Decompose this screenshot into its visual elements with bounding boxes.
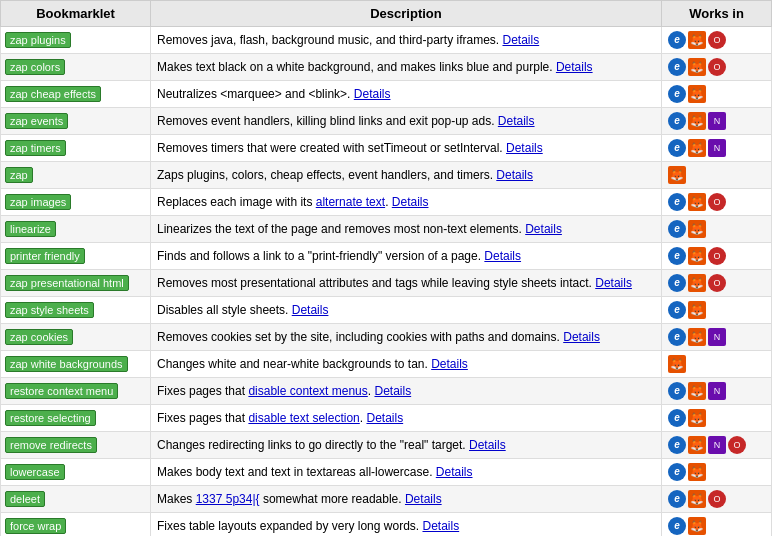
table-row: zap pluginsRemoves java, flash, backgrou… — [1, 27, 772, 54]
bookmarklet-zap-timers[interactable]: zap timers — [5, 140, 66, 156]
description-zap-presentational-html: Removes most presentational attributes a… — [151, 270, 662, 297]
bookmarklet-zap-images[interactable]: zap images — [5, 194, 71, 210]
bookmarklet-zap-plugins[interactable]: zap plugins — [5, 32, 71, 48]
col-header-bookmarklet: Bookmarklet — [1, 1, 151, 27]
icon-group: e🦊 — [668, 85, 706, 103]
table-row: restore context menuFixes pages that dis… — [1, 378, 772, 405]
firefox-icon: 🦊 — [688, 382, 706, 400]
icons-zap-white-backgrounds: 🦊 — [662, 351, 772, 378]
bookmarklet-zap-white-backgrounds[interactable]: zap white backgrounds — [5, 356, 128, 372]
table-row: printer friendlyFinds and follows a link… — [1, 243, 772, 270]
details-link-zap-plugins[interactable]: Details — [502, 33, 539, 47]
bookmarklet-zap-style-sheets[interactable]: zap style sheets — [5, 302, 94, 318]
table-row: zap eventsRemoves event handlers, killin… — [1, 108, 772, 135]
ie-icon: e — [668, 382, 686, 400]
icon-group: e🦊O — [668, 490, 726, 508]
ie-icon: e — [668, 112, 686, 130]
details-link-lowercase[interactable]: Details — [436, 465, 473, 479]
details-link-zap-colors[interactable]: Details — [556, 60, 593, 74]
ie-icon: e — [668, 85, 686, 103]
icon-group: e🦊N — [668, 382, 726, 400]
details-link-restore-selecting[interactable]: Details — [366, 411, 403, 425]
details-link-deleet[interactable]: Details — [405, 492, 442, 506]
bookmarklet-lowercase[interactable]: lowercase — [5, 464, 65, 480]
firefox-icon: 🦊 — [688, 409, 706, 427]
description-zap-images: Replaces each image with its alternate t… — [151, 189, 662, 216]
description-restore-context-menu: Fixes pages that disable context menus. … — [151, 378, 662, 405]
ie-icon: e — [668, 490, 686, 508]
opera-icon: O — [708, 274, 726, 292]
description-zap: Zaps plugins, colors, cheap effects, eve… — [151, 162, 662, 189]
ie-icon: e — [668, 193, 686, 211]
opera-icon: O — [708, 193, 726, 211]
details-link-zap-style-sheets[interactable]: Details — [292, 303, 329, 317]
details-link-zap-presentational-html[interactable]: Details — [595, 276, 632, 290]
leet-link[interactable]: 1337 5p34|{ — [196, 492, 260, 506]
alternate-text-link[interactable]: alternate text — [316, 195, 385, 209]
bookmarklet-zap-presentational-html[interactable]: zap presentational html — [5, 275, 129, 291]
firefox-icon: 🦊 — [688, 490, 706, 508]
details-link-zap-cheap-effects[interactable]: Details — [354, 87, 391, 101]
details-link-restore-context-menu[interactable]: Details — [374, 384, 411, 398]
bookmarklet-deleet[interactable]: deleet — [5, 491, 45, 507]
details-link-printer-friendly[interactable]: Details — [484, 249, 521, 263]
details-link-zap-cookies[interactable]: Details — [563, 330, 600, 344]
bookmarklet-force-wrap[interactable]: force wrap — [5, 518, 66, 534]
icon-group: e🦊O — [668, 58, 726, 76]
icon-group: e🦊 — [668, 220, 706, 238]
ie-icon: e — [668, 58, 686, 76]
details-link-zap-images[interactable]: Details — [392, 195, 429, 209]
ie-icon: e — [668, 139, 686, 157]
icon-group: e🦊N — [668, 112, 726, 130]
firefox-icon: 🦊 — [688, 274, 706, 292]
table-row: zap timersRemoves timers that were creat… — [1, 135, 772, 162]
firefox-icon: 🦊 — [688, 85, 706, 103]
disable-link-restore-context-menu[interactable]: disable context menus — [248, 384, 367, 398]
icon-group: e🦊 — [668, 517, 706, 535]
details-link-zap-timers[interactable]: Details — [506, 141, 543, 155]
table-row: linearizeLinearizes the text of the page… — [1, 216, 772, 243]
icon-group: e🦊O — [668, 274, 726, 292]
bookmarklet-zap-cheap-effects[interactable]: zap cheap effects — [5, 86, 101, 102]
description-remove-redirects: Changes redirecting links to go directly… — [151, 432, 662, 459]
firefox-icon: 🦊 — [688, 193, 706, 211]
bookmarklet-zap-events[interactable]: zap events — [5, 113, 68, 129]
details-link-zap-events[interactable]: Details — [498, 114, 535, 128]
details-link-remove-redirects[interactable]: Details — [469, 438, 506, 452]
bookmarklet-zap-cookies[interactable]: zap cookies — [5, 329, 73, 345]
disable-link-restore-selecting[interactable]: disable text selection — [248, 411, 359, 425]
opera-icon: O — [708, 247, 726, 265]
icon-group: e🦊NO — [668, 436, 746, 454]
col-header-description: Description — [151, 1, 662, 27]
netscape-icon: N — [708, 139, 726, 157]
bookmarklet-remove-redirects[interactable]: remove redirects — [5, 437, 97, 453]
bookmarklet-zap-colors[interactable]: zap colors — [5, 59, 65, 75]
opera-icon: O — [708, 58, 726, 76]
firefox-icon: 🦊 — [688, 220, 706, 238]
details-link-zap[interactable]: Details — [496, 168, 533, 182]
details-link-zap-white-backgrounds[interactable]: Details — [431, 357, 468, 371]
description-zap-style-sheets: Disables all style sheets. Details — [151, 297, 662, 324]
firefox-icon: 🦊 — [688, 463, 706, 481]
table-row: deleetMakes 1337 5p34|{ somewhat more re… — [1, 486, 772, 513]
table-row: zap colorsMakes text black on a white ba… — [1, 54, 772, 81]
details-link-force-wrap[interactable]: Details — [422, 519, 459, 533]
bookmarklet-linearize[interactable]: linearize — [5, 221, 56, 237]
bookmarklet-restore-context-menu[interactable]: restore context menu — [5, 383, 118, 399]
table-row: remove redirectsChanges redirecting link… — [1, 432, 772, 459]
description-force-wrap: Fixes table layouts expanded by very lon… — [151, 513, 662, 537]
opera-icon: O — [708, 31, 726, 49]
icon-group: e🦊 — [668, 301, 706, 319]
bookmarklet-zap[interactable]: zap — [5, 167, 33, 183]
icons-zap-images: e🦊O — [662, 189, 772, 216]
bookmarklet-printer-friendly[interactable]: printer friendly — [5, 248, 85, 264]
icon-group: 🦊 — [668, 355, 686, 373]
details-link-linearize[interactable]: Details — [525, 222, 562, 236]
firefox-icon: 🦊 — [688, 328, 706, 346]
description-zap-white-backgrounds: Changes white and near-white backgrounds… — [151, 351, 662, 378]
description-zap-cookies: Removes cookies set by the site, includi… — [151, 324, 662, 351]
bookmarklet-restore-selecting[interactable]: restore selecting — [5, 410, 96, 426]
firefox-icon: 🦊 — [688, 436, 706, 454]
ie-icon: e — [668, 274, 686, 292]
firefox-icon: 🦊 — [688, 301, 706, 319]
